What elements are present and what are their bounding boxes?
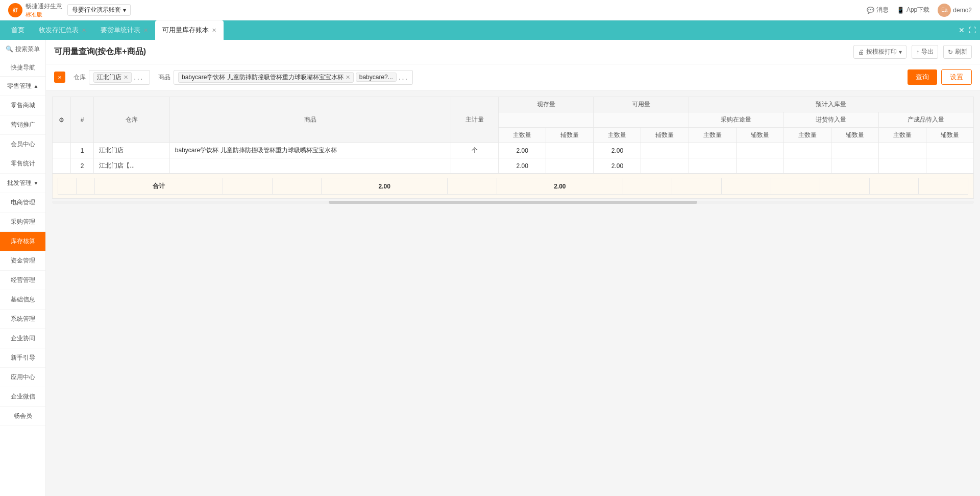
sidebar-item-retail-stats[interactable]: 零售统计 [0,154,45,174]
sidebar-nav-label: 快捷导航 [11,64,35,71]
user-area[interactable]: Ea demo2 [938,4,972,17]
sidebar-item-wechat[interactable]: 企业微信 [0,387,45,407]
sidebar-item-retail-shop[interactable]: 零售商城 [0,96,45,115]
logo-area: 好 畅捷通好生意 标准版 [8,2,62,18]
footer-unit-col [272,178,322,195]
tab-receipts-label: 收发存汇总表 [39,26,79,35]
row-product-aux-0 [926,143,973,158]
row-incoming-aux-1 [831,158,878,174]
sidebar-item-retail-label: 零售管理 [7,82,32,90]
sidebar-item-retail[interactable]: 零售管理 ▲ [0,77,45,96]
table-row: 1 江北门店 babycare学饮杯 儿童防摔防撞吸管杯重力球吸嘴杯宝宝水杯 个… [53,143,974,158]
product-filter-more[interactable]: ... [399,73,408,82]
app-download-btn[interactable]: 📱 App下载 [897,6,929,14]
footer-purchase-main [672,178,722,195]
tab-available[interactable]: 可用量库存账本 ✕ [155,20,224,40]
message-icon: 💬 [867,7,874,14]
row-available-main-1: 2.00 [594,158,641,174]
table-footer: 合计 2.00 2.00 [52,174,974,199]
tab-orders-close[interactable]: ✕ [143,27,148,34]
tab-receipts[interactable]: 收发存汇总表 ✕ [32,20,93,40]
warehouse-tag-text: 江北门店 [97,73,121,82]
query-button[interactable]: 查询 [908,69,937,85]
nav-expand-icon[interactable]: ⛶ [969,26,976,34]
export-btn[interactable]: ↑ 导出 [912,45,938,59]
print-btn[interactable]: 🖨 按模板打印 ▾ [853,45,906,59]
row-no-0: 1 [71,143,94,158]
row-unit-1 [451,158,499,174]
tab-available-close[interactable]: ✕ [212,27,216,34]
sidebar-item-enterprise[interactable]: 企业协同 [0,329,45,348]
sidebar-item-ops[interactable]: 经营管理 [0,271,45,290]
row-available-aux-0 [641,143,689,158]
footer-product-main [869,178,919,195]
export-label: 导出 [921,48,934,56]
row-purchase-aux-0 [736,143,783,158]
footer-available-aux [623,178,672,195]
purchase-main-qty-header: 主数量 [689,128,736,143]
sidebar-item-marketing[interactable]: 营销推广 [0,115,45,135]
product-filter-group: 商品 babycare学饮杯 儿童防摔防撞吸管杯重力球吸嘴杯宝宝水杯 ✕ bab… [158,70,413,85]
sidebar-item-newbie[interactable]: 新手引导 [0,348,45,368]
col-settings-header[interactable]: ⚙ [53,97,71,143]
refresh-btn[interactable]: ↻ 刷新 [943,45,972,59]
tab-home[interactable]: 首页 [4,20,32,40]
sidebar-item-vip-label: 畅会员 [14,412,32,420]
sidebar-item-finance[interactable]: 资金管理 [0,251,45,271]
search-icon: 🔍 [6,45,13,53]
warehouse-tag-close[interactable]: ✕ [124,74,128,81]
footer-product-aux [919,178,968,195]
app-logo: 好 [8,3,22,17]
forecast-purchase-header: 采购在途量 [689,112,783,128]
footer-incoming-main [771,178,820,195]
col-unit-header: 主计量 [451,97,499,143]
store-selector[interactable]: 母婴行业演示账套 ▾ [67,4,131,16]
sidebar-item-wholesale[interactable]: 批发管理 ▼ [0,174,45,193]
product-aux-qty-header: 辅数量 [926,128,973,143]
sidebar-search[interactable]: 🔍 搜索菜单 [0,40,45,59]
sidebar-item-appstore-label: 应用中心 [11,373,35,382]
row-product-main-0 [878,143,926,158]
warehouse-filter-input[interactable]: 江北门店 ✕ ... [89,70,150,85]
row-warehouse-1: 江北门店【... [94,158,170,174]
sidebar-item-inventory[interactable]: 库存核算 [0,232,45,251]
app-name: 畅捷通好生意 [26,2,62,11]
available-aux-qty-header: 辅数量 [641,128,689,143]
product-tag-2-text: babycare?... [359,74,393,81]
message-label: 消息 [876,6,889,14]
col-current-stock-header: 现存量 [499,97,594,112]
product-filter-label: 商品 [158,73,170,82]
filter-more-dots[interactable]: ... [134,73,143,82]
sidebar-item-basics[interactable]: 基础信息 [0,290,45,310]
sidebar-nav[interactable]: 快捷导航 [0,59,45,77]
row-incoming-main-0 [783,143,831,158]
footer-product-col [223,178,273,195]
forecast-incoming-header: 进货待入量 [783,112,878,128]
tab-orders[interactable]: 要货单统计表 ✕ [93,20,155,40]
sidebar-item-vip[interactable]: 畅会员 [0,407,45,426]
sidebar-item-purchase[interactable]: 采购管理 [0,212,45,232]
table-row: 2 江北门店【... 2.00 2.00 [53,158,974,174]
product-filter-input[interactable]: babycare学饮杯 儿童防摔防撞吸管杯重力球吸嘴杯宝宝水杯 ✕ babyca… [174,70,413,85]
col-available-header: 可用量 [594,97,689,112]
setting-button[interactable]: 设置 [941,69,972,85]
row-current-aux-1 [546,158,594,174]
nav-controls: ✕ ⛶ [959,26,980,34]
sidebar-item-newbie-label: 新手引导 [11,353,35,362]
top-bar-left: 好 畅捷通好生意 标准版 母婴行业演示账套 ▾ [8,2,131,18]
row-current-aux-0 [546,143,594,158]
row-purchase-main-0 [689,143,736,158]
sidebar-item-appstore[interactable]: 应用中心 [0,368,45,387]
sidebar-item-ecommerce[interactable]: 电商管理 [0,193,45,212]
message-btn[interactable]: 💬 消息 [867,6,889,14]
sidebar-item-member[interactable]: 会员中心 [0,135,45,154]
nav-close-icon[interactable]: ✕ [959,26,965,34]
row-warehouse-0: 江北门店 [94,143,170,158]
filter-bar: » 仓库 江北门店 ✕ ... 商品 babycare学饮杯 儿童防摔防撞吸管杯… [46,64,980,90]
col-forecast-header: 预计入库量 [689,97,973,112]
product-main-qty-header: 主数量 [878,128,926,143]
product-tag-1-close[interactable]: ✕ [346,74,350,81]
sidebar-item-system[interactable]: 系统管理 [0,310,45,329]
tab-receipts-close[interactable]: ✕ [82,27,86,34]
filter-expand-btn[interactable]: » [54,72,65,83]
